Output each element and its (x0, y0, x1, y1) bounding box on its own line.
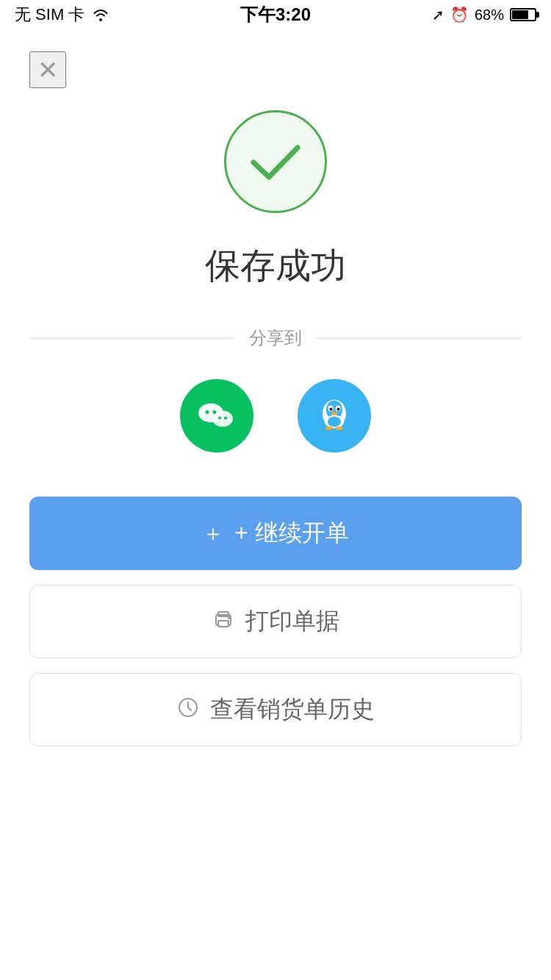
svg-point-5 (224, 417, 227, 419)
history-icon (176, 696, 200, 724)
close-icon: ✕ (37, 57, 58, 82)
svg-point-16 (336, 427, 343, 430)
status-bar: 无 SIM 卡 下午3:20 ➚ ⏰ 68% (0, 0, 551, 29)
status-time: 下午3:20 (240, 3, 311, 26)
svg-point-10 (330, 408, 333, 411)
alarm-icon: ⏰ (450, 6, 469, 24)
print-button[interactable]: 打印单据 (29, 585, 522, 658)
svg-rect-19 (218, 621, 228, 627)
svg-point-4 (218, 417, 221, 419)
plus-icon: ＋ (202, 519, 224, 549)
success-title: 保存成功 (205, 242, 346, 289)
share-divider: 分享到 (29, 326, 522, 350)
location-icon: ➚ (432, 6, 444, 24)
checkmark-icon (250, 142, 301, 182)
continue-order-label: + 继续开单 (234, 517, 349, 550)
svg-point-20 (228, 616, 231, 619)
qq-share-button[interactable] (298, 379, 371, 453)
status-right: ➚ ⏰ 68% (432, 6, 536, 24)
print-label: 打印单据 (245, 605, 339, 638)
main-content: ✕ 保存成功 分享到 (0, 29, 551, 980)
divider-line-right (317, 338, 522, 339)
battery-icon (510, 8, 536, 21)
battery-percent: 68% (475, 7, 504, 24)
carrier-text: 无 SIM 卡 (15, 4, 84, 26)
status-left: 无 SIM 卡 (15, 4, 109, 26)
action-buttons: ＋ + 继续开单 打印单据 查看销货单历史 (29, 497, 522, 746)
share-icons (180, 379, 371, 453)
close-button[interactable]: ✕ (29, 51, 66, 88)
divider-line-left (29, 338, 234, 339)
svg-point-2 (206, 411, 209, 414)
share-label: 分享到 (249, 326, 302, 350)
history-button[interactable]: 查看销货单历史 (29, 673, 522, 746)
continue-order-button[interactable]: ＋ + 继续开单 (29, 497, 522, 570)
svg-point-11 (337, 408, 340, 411)
svg-point-15 (325, 427, 333, 430)
battery-icon-container (510, 8, 536, 21)
battery-fill (512, 10, 528, 19)
success-icon-container (224, 110, 327, 213)
wechat-share-button[interactable] (180, 379, 253, 453)
wechat-icon (195, 394, 239, 438)
history-label: 查看销货单历史 (210, 693, 375, 726)
svg-point-14 (328, 417, 341, 427)
printer-icon (212, 608, 235, 636)
svg-point-12 (331, 412, 337, 416)
qq-icon (312, 394, 356, 438)
svg-point-3 (213, 411, 217, 414)
wifi-icon (92, 8, 109, 21)
